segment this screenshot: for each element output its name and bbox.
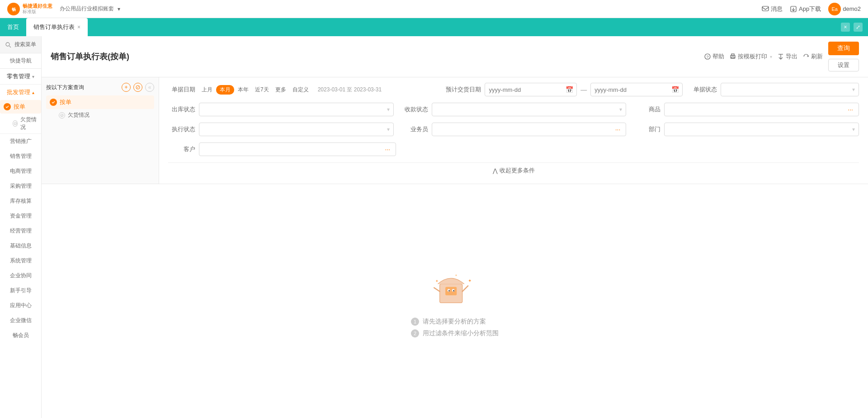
date-current-month-btn[interactable]: 本月 <box>216 85 234 95</box>
dept-select[interactable]: ▾ <box>664 123 859 136</box>
filter-row-3: 执行状态 ▾ 业务员 ··· 部门 <box>168 123 859 136</box>
sidebar-item-inventory[interactable]: 库存核算 <box>0 194 41 209</box>
sidebar-section-wholesale: 批发管理 ▴ 按单 欠货情况 <box>0 85 41 134</box>
add-scheme-btn[interactable]: + <box>122 83 131 92</box>
collect-status-select[interactable]: ▾ <box>432 103 627 116</box>
sidebar-item-guide[interactable]: 新手引导 <box>0 283 41 298</box>
customer-dots-icon[interactable]: ··· <box>383 146 392 153</box>
filter-product-group: 商品 ··· <box>633 103 859 116</box>
filter-row-4: 客户 ··· <box>168 142 859 156</box>
message-icon <box>762 5 769 13</box>
sidebar-item-sales[interactable]: 销售管理 <box>0 149 41 164</box>
tab-home[interactable]: 首页 <box>0 18 26 36</box>
filter-doc-status-group: 单据状态 ▾ <box>690 83 859 96</box>
export-icon <box>778 53 784 60</box>
sidebar-item-system[interactable]: 系统管理 <box>0 253 41 268</box>
edit-icon <box>136 85 140 90</box>
date-prev-month-btn[interactable]: 上月 <box>199 85 215 95</box>
sidebar-item-marketing[interactable]: 营销推广 <box>0 134 41 149</box>
export-btn[interactable]: 导出 <box>778 52 797 61</box>
date-more-btn[interactable]: 更多 <box>273 85 289 95</box>
filter-exec-status-group: 执行状态 ▾ <box>168 123 394 136</box>
sidebar-quick-nav-btn[interactable]: 快捷导航 <box>0 53 41 69</box>
sidebar-sub-按单[interactable]: 按单 <box>0 100 41 114</box>
sidebar-item-wholesale[interactable]: 批发管理 ▴ <box>0 85 41 100</box>
expected-date-label: 预计交货日期 <box>446 86 481 94</box>
sidebar-item-enterprise[interactable]: 企业协同 <box>0 268 41 283</box>
filter-container: 按以下方案查询 + « <box>42 77 868 184</box>
calendar-start-icon: 📅 <box>566 86 573 93</box>
sidebar-item-wechat[interactable]: 企业微信 <box>0 313 41 328</box>
tip-number-1: 1 <box>411 318 419 326</box>
svg-text:✦: ✦ <box>468 278 472 283</box>
sidebar-item-operations[interactable]: 经营管理 <box>0 223 41 238</box>
filter-left-panel: 按以下方案查询 + « <box>42 77 159 184</box>
out-status-select[interactable]: ▾ <box>199 103 394 116</box>
sidebar-item-appstore[interactable]: 应用中心 <box>0 298 41 313</box>
edit-scheme-btn[interactable] <box>133 83 142 92</box>
sidebar-search-btn[interactable]: 搜索菜单 <box>0 36 41 53</box>
filter-row-1: 单据日期 上月 本月 本年 近7天 更多 自定义 2023-03-01 至 20… <box>168 83 859 96</box>
nav-dropdown[interactable]: ▾ <box>118 6 120 12</box>
app-download-btn[interactable]: App下载 <box>790 5 821 13</box>
tab-close-icon[interactable]: × <box>77 24 80 30</box>
product-dots-icon[interactable]: ··· <box>846 106 855 113</box>
sidebar-item-purchase[interactable]: 采购管理 <box>0 179 41 194</box>
expected-date-start-input[interactable] <box>485 83 577 96</box>
expected-date-end-input[interactable] <box>590 83 683 96</box>
logo-icon: 畅 <box>7 3 20 15</box>
customer-input[interactable]: ··· <box>199 142 396 156</box>
date-this-year-btn[interactable]: 本年 <box>235 85 251 95</box>
logo-area[interactable]: 畅 畅捷通好生意 标准版 <box>7 3 52 15</box>
dept-arrow-icon: ▾ <box>852 126 855 133</box>
doc-status-select[interactable]: ▾ <box>721 83 859 96</box>
tab-active[interactable]: 销售订单执行表 × <box>26 18 88 36</box>
salesperson-dots-icon[interactable]: ··· <box>613 126 623 133</box>
main-layout: 搜索菜单 快捷导航 零售管理 ▾ 批发管理 ▴ <box>0 36 868 418</box>
tab-minimize-btn[interactable]: × <box>841 23 850 32</box>
scheme-item-按单[interactable]: 按单 <box>46 95 154 109</box>
product-input[interactable]: ··· <box>664 103 859 116</box>
collapse-up-icon: ⋀ <box>493 167 498 174</box>
date-quick-btns: 上月 本月 本年 近7天 更多 自定义 <box>199 85 311 95</box>
print-btn[interactable]: 按模板打印 ▾ <box>730 52 772 61</box>
help-btn[interactable]: ? 帮助 <box>704 52 724 61</box>
filter-right-panel: 单据日期 上月 本月 本年 近7天 更多 自定义 2023-03-01 至 20… <box>159 77 868 184</box>
sidebar-item-basic-info[interactable]: 基础信息 <box>0 238 41 253</box>
exec-status-select[interactable]: ▾ <box>199 123 394 136</box>
message-btn[interactable]: 消息 <box>762 5 783 13</box>
content-area: 销售订单执行表(按单) ? 帮助 按模板打印 ▾ <box>42 36 868 418</box>
date-last7-btn[interactable]: 近7天 <box>252 85 272 95</box>
refresh-btn[interactable]: 刷新 <box>803 52 823 61</box>
tip-number-2: 2 <box>411 329 419 337</box>
sidebar-item-retail[interactable]: 零售管理 ▾ <box>0 69 41 84</box>
sidebar-item-member[interactable]: 畅会员 <box>0 328 41 343</box>
svg-text:✦: ✦ <box>435 278 439 283</box>
collapse-more-btn[interactable]: ⋀ 收起更多条件 <box>168 162 859 178</box>
sidebar: 搜索菜单 快捷导航 零售管理 ▾ 批发管理 ▴ <box>0 36 42 418</box>
collapse-scheme-btn[interactable]: « <box>145 83 154 92</box>
doc-status-label: 单据状态 <box>690 86 717 94</box>
tab-maximize-btn[interactable]: ⤢ <box>854 23 863 32</box>
customer-label: 客户 <box>168 145 195 153</box>
date-custom-btn[interactable]: 自定义 <box>290 85 311 95</box>
filter-salesperson-group: 业务员 ··· <box>401 123 627 136</box>
exec-status-label: 执行状态 <box>168 125 195 133</box>
scheme-sub-item-欠货情况[interactable]: 欠货情况 <box>46 109 154 121</box>
filter-date-group: 单据日期 上月 本月 本年 近7天 更多 自定义 2023-03-01 至 20… <box>168 85 439 95</box>
user-profile-btn[interactable]: Ea demo2 <box>828 3 861 15</box>
print-dropdown-icon[interactable]: ▾ <box>770 54 772 59</box>
sidebar-sub-欠货情况[interactable]: 欠货情况 <box>0 114 41 133</box>
empty-tip-1: 1 请先选择要分析的方案 <box>411 318 499 326</box>
settings-btn[interactable]: 设置 <box>828 59 859 71</box>
filter-customer-group: 客户 ··· <box>168 142 396 156</box>
salesperson-input[interactable]: ··· <box>432 123 627 136</box>
query-btn[interactable]: 查询 <box>828 42 859 55</box>
collect-status-arrow-icon: ▾ <box>619 106 622 113</box>
page-title: 销售订单执行表(按单) <box>51 51 129 67</box>
filter-out-status-group: 出库状态 ▾ <box>168 103 394 116</box>
svg-text:?: ? <box>706 55 708 59</box>
sidebar-item-finance[interactable]: 资金管理 <box>0 209 41 223</box>
sidebar-item-ecommerce[interactable]: 电商管理 <box>0 164 41 179</box>
svg-line-16 <box>137 86 139 88</box>
